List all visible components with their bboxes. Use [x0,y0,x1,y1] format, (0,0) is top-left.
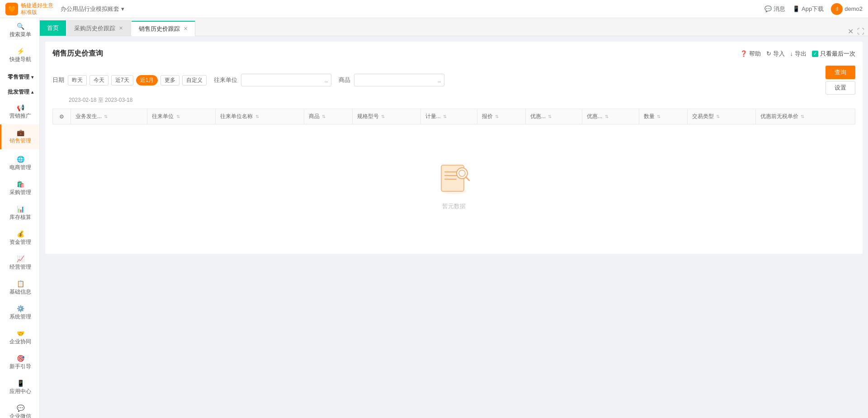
col-partner-name[interactable]: 往来单位名称 ⇅ [216,109,304,124]
col-quoted-price[interactable]: 报价 ⇅ [477,109,525,124]
sidebar-item-quick-nav[interactable]: ⚡ 快捷导航 [0,43,39,68]
tab-close-action[interactable]: ✕ [848,27,854,36]
col-product-label: 商品 [309,113,320,119]
col-trade-type-label: 交易类型 [692,113,714,119]
sidebar-item-finance[interactable]: 💰 资金管理 [0,226,39,251]
help-action[interactable]: ❓ 帮助 [740,50,761,58]
sidebar-item-ecommerce[interactable]: 🌐 电商管理 [0,151,39,176]
sidebar-item-beginner[interactable]: 🎯 新手引导 [0,350,39,375]
sidebar-label: 电商管理 [9,164,31,171]
logo-text: 畅捷通好生意 标准版 [21,2,53,15]
sidebar-item-wholesale-mgmt[interactable]: 批发管理 ▴ [0,85,39,100]
col-unit[interactable]: 计量... ⇅ [420,109,477,124]
tab-home[interactable]: 首页 [40,20,66,36]
product-dots: ... [437,76,440,84]
sidebar-label: 企业协同 [9,338,31,346]
tab-expand-action[interactable]: ⛶ [857,28,864,36]
message-nav[interactable]: 💬 消息 [764,5,785,13]
sort-icon: ⇅ [605,114,609,119]
date-btn-custom[interactable]: 自定义 [182,75,207,86]
sidebar-label: 批发管理 [8,88,29,96]
app-download-nav[interactable]: 📱 App下载 [793,5,824,13]
col-biz-date-label: 业务发生... [75,113,102,119]
date-filter-group: 日期 昨天 今天 近7天 近1月 更多 自定义 [52,75,207,86]
sidebar-item-inventory[interactable]: 📊 库存核算 [0,201,39,226]
export-action[interactable]: ↓ 导出 [790,50,807,58]
sort-icon: ⇅ [443,114,447,119]
finance-icon: 💰 [17,230,24,238]
svg-line-8 [466,177,469,180]
settings-icon: ⚙ [59,114,64,120]
page-content: 销售历史价查询 ❓ 帮助 ↻ 导入 ↓ 导出 [40,36,868,418]
sidebar-label: 应用中心 [9,388,31,395]
date-buttons: 昨天 今天 近7天 近1月 更多 自定义 [68,75,207,86]
col-discount2[interactable]: 优惠... ⇅ [582,109,639,124]
sidebar-item-basic-info[interactable]: 📋 基础信息 [0,276,39,300]
beginner-icon: 🎯 [17,355,24,362]
partner-input-field[interactable]: ... [241,74,331,86]
product-input-field[interactable]: ... [354,74,444,86]
app-center-icon: 📱 [17,380,24,387]
import-action[interactable]: ↻ 导入 [766,50,785,58]
user-profile[interactable]: d demo2 [831,3,863,15]
col-settings[interactable]: ⚙ [53,109,71,124]
page-title: 销售历史价查询 [52,49,103,58]
date-btn-more[interactable]: 更多 [160,75,179,86]
col-partner-code[interactable]: 往来单位 ⇅ [147,109,216,124]
message-icon: 💬 [764,5,772,12]
sidebar-item-enterprise-collab[interactable]: 🤝 企业协同 [0,325,39,350]
col-discount2-label: 优惠... [587,113,602,119]
tab-sales-history[interactable]: 销售历史价跟踪 ✕ [132,21,195,36]
top-bar: 🧡 畅捷通好生意 标准版 办公用品行业模拟账套 ▾ 💬 消息 📱 App下载 d… [0,0,868,18]
product-input[interactable] [358,77,437,84]
col-biz-date[interactable]: 业务发生... ⇅ [71,109,147,124]
col-trade-type[interactable]: 交易类型 ⇅ [687,109,755,124]
date-btn-1month[interactable]: 近1月 [136,75,158,86]
chevron-down-icon: ▾ [121,5,124,12]
only-last-checkbox[interactable]: ✓ 只看最后一次 [812,50,855,58]
col-partner-code-label: 往来单位 [152,113,174,119]
sidebar-item-system[interactable]: ⚙️ 系统管理 [0,300,39,325]
empty-icon [431,161,476,197]
app-selector-label: 办公用品行业模拟账套 [61,5,119,13]
tab-purchase-history[interactable]: 采购历史价跟踪 ✕ [67,20,131,36]
date-range-text: 2023-02-18 至 2023-03-18 [69,97,132,103]
inventory-icon: 📊 [17,205,24,213]
sidebar-label: 新手引导 [9,363,31,370]
col-pretax-price[interactable]: 优惠前无税单价 ⇅ [755,109,855,124]
phone-icon: 📱 [793,5,800,12]
sidebar-item-retail-mgmt[interactable]: 零售管理 ▾ [0,70,39,85]
sidebar-label: 营销推广 [9,112,31,120]
sidebar-item-search-menu[interactable]: 🔍 搜索菜单 [0,18,39,43]
col-spec[interactable]: 规格型号 ⇅ [352,109,420,124]
col-spec-label: 规格型号 [357,113,379,119]
sidebar-item-sales-mgmt[interactable]: 💼 销售管理 [0,124,39,149]
sidebar-item-operations[interactable]: 📈 经营管理 [0,251,39,276]
tab-close-purchase[interactable]: ✕ [119,25,123,31]
sidebar-label: 经营管理 [9,263,31,271]
sidebar-item-enterprise-wechat[interactable]: 💬 企业微信 [0,400,39,418]
date-btn-today[interactable]: 今天 [90,75,108,86]
tab-close-sales[interactable]: ✕ [184,26,188,32]
page-actions: ❓ 帮助 ↻ 导入 ↓ 导出 ✓ 只看最后一次 [740,50,856,58]
sort-icon: ⇅ [104,114,108,119]
checkbox-icon: ✓ [812,51,818,57]
col-discount1[interactable]: 优惠... ⇅ [525,109,582,124]
col-quantity[interactable]: 数量 ⇅ [639,109,687,124]
sidebar-item-app-center[interactable]: 📱 应用中心 [0,375,39,400]
query-button[interactable]: 查询 [826,66,855,79]
col-product[interactable]: 商品 ⇅ [304,109,352,124]
page-title-row: 销售历史价查询 ❓ 帮助 ↻ 导入 ↓ 导出 [52,49,855,58]
chevron-down-icon: ▾ [31,75,33,80]
date-btn-7days[interactable]: 近7天 [111,75,133,86]
partner-input[interactable] [245,77,324,84]
sidebar-item-purchase[interactable]: 🛍️ 采购管理 [0,176,39,201]
sidebar-item-marketing[interactable]: 📢 营销推广 [0,100,39,124]
message-label: 消息 [774,5,785,13]
col-partner-name-label: 往来单位名称 [220,113,253,119]
app-selector[interactable]: 办公用品行业模拟账套 ▾ [57,5,128,13]
chevron-up-icon: ▴ [31,90,33,95]
date-btn-yesterday[interactable]: 昨天 [68,75,87,86]
sort-icon: ⇅ [801,114,804,119]
settings-button[interactable]: 设置 [826,81,855,95]
